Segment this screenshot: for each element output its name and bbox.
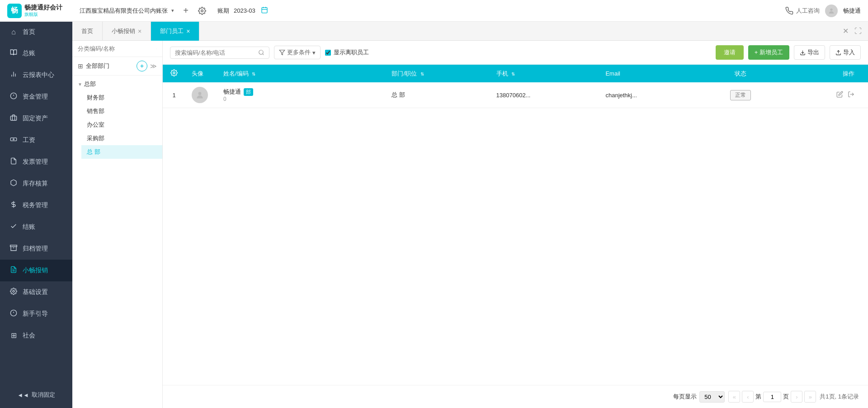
first-page-button[interactable]: «	[728, 391, 740, 403]
sidebar-item-xiaochangbaoxiao[interactable]: 小畅报销	[0, 260, 72, 281]
dept-grid-icon: ⊞	[78, 62, 83, 70]
show-left-label[interactable]: 显示离职员工	[334, 48, 369, 57]
sidebar-item-invoice[interactable]: 发票管理	[0, 151, 72, 173]
next-page-button[interactable]: ›	[791, 391, 802, 403]
dept-collapse-button[interactable]: ≫	[150, 62, 157, 70]
service-button[interactable]: 人工咨询	[785, 7, 820, 15]
tab-home[interactable]: 首页	[72, 22, 103, 41]
sidebar-item-archive[interactable]: 归档管理	[0, 238, 72, 260]
dept-node-caiwubu[interactable]: 财务部	[81, 91, 162, 104]
dept-node-bangongshi[interactable]: 办公室	[81, 118, 162, 132]
settlement-icon	[9, 223, 18, 232]
settings-button[interactable]	[196, 5, 208, 17]
row-status-cell: 正常	[702, 82, 779, 108]
tab-bumen-yuangong-label: 部门员工	[160, 27, 184, 35]
employee-table: 头像 姓名/编码 ⇅ 部门/职位 ⇅	[163, 65, 868, 108]
filter-button[interactable]: 更多条件 ▾	[274, 46, 321, 59]
tab-xiaochangbaoxiao[interactable]: 小畅报销 ×	[103, 22, 151, 41]
tab-bumen-yuangong-close[interactable]: ×	[186, 28, 190, 34]
dept-tree: ▼ 总部 财务部 销售部 办公室	[72, 76, 162, 408]
archive-icon	[9, 244, 18, 253]
sidebar-item-settlement[interactable]: 结账	[0, 216, 72, 238]
per-page-select[interactable]: 50 10 20 100	[699, 391, 725, 403]
page-size-area: 每页显示 50 10 20 100	[673, 391, 725, 403]
col-dept-header[interactable]: 部门/职位 ⇅	[385, 65, 490, 82]
expand-window-button[interactable]: ⛶	[854, 27, 863, 36]
emp-search-icon	[258, 49, 264, 56]
add-employee-button[interactable]: + 新增员工	[748, 45, 789, 60]
logout-button[interactable]	[848, 91, 854, 99]
dept-node-xiaoshoubu[interactable]: 销售部	[81, 104, 162, 118]
emp-main: 更多条件 ▾ 显示离职员工 邀请 + 新增员工 导出	[163, 41, 868, 408]
dropdown-arrow-icon: ▾	[171, 8, 174, 14]
dept-add-button[interactable]	[137, 61, 147, 71]
sidebar: ⌂ 首页 总账 云报表中心 资金管理 固定资产	[0, 22, 72, 408]
content-area: 首页 小畅报销 × 部门员工 × ✕ ⛶	[72, 22, 868, 408]
emp-table: 头像 姓名/编码 ⇅ 部门/职位 ⇅	[163, 65, 868, 385]
dept-node-zongbu-leaf[interactable]: 总 部	[81, 145, 162, 159]
filter-label: 更多条件	[287, 48, 311, 57]
svg-marker-29	[279, 50, 285, 55]
dept-node-caigoubu[interactable]: 采购部	[81, 132, 162, 145]
svg-point-13	[13, 139, 14, 140]
emp-dept: 总 部	[392, 91, 405, 98]
dept-caigoubu-label: 采购部	[87, 134, 104, 142]
page-number-input[interactable]	[763, 392, 781, 402]
toolbar-right: 邀请 + 新增员工 导出 导入	[716, 45, 861, 60]
sidebar-item-payroll[interactable]: 工资	[0, 129, 72, 151]
user-avatar	[825, 5, 838, 17]
home-icon: ⌂	[9, 28, 18, 36]
export-label: 导出	[807, 48, 819, 57]
col-phone-header[interactable]: 手机 ⇅	[490, 65, 599, 82]
page-input-area: 第 页	[755, 392, 789, 402]
export-button[interactable]: 导出	[794, 45, 825, 60]
page-prefix: 第	[755, 393, 761, 401]
logo-icon: 畅	[7, 4, 22, 18]
svg-point-5	[830, 8, 832, 10]
import-button[interactable]: 导入	[830, 45, 861, 60]
tab-bar: 首页 小畅报销 × 部门员工 × ✕ ⛶	[72, 22, 868, 41]
close-window-button[interactable]: ✕	[841, 27, 850, 36]
col-name-header[interactable]: 姓名/编码 ⇅	[217, 65, 385, 82]
service-label: 人工咨询	[796, 7, 820, 15]
sidebar-label-newbie-guide: 新手引导	[23, 310, 48, 318]
inventory-icon	[9, 179, 18, 188]
sidebar-item-more[interactable]: ⊞ 社会	[0, 325, 72, 346]
dept-search-input[interactable]	[78, 45, 154, 52]
emp-toolbar: 更多条件 ▾ 显示离职员工 邀请 + 新增员工 导出	[163, 41, 868, 65]
dept-caiwubu-label: 财务部	[87, 94, 104, 102]
add-tab-button[interactable]: +	[179, 5, 192, 17]
cancel-fixed-button[interactable]: ◄◄ 取消固定	[0, 386, 72, 403]
sidebar-item-reports[interactable]: 云报表中心	[0, 64, 72, 86]
sidebar-item-tax[interactable]: 税务管理	[0, 195, 72, 216]
col-settings[interactable]	[163, 65, 185, 82]
invite-button[interactable]: 邀请	[716, 45, 744, 60]
expand-icon: ▼	[78, 82, 82, 87]
tab-xiaochangbaoxiao-close[interactable]: ×	[138, 28, 142, 34]
export-icon	[800, 50, 806, 56]
table-row: 1 畅捷通 部	[163, 82, 868, 108]
sidebar-item-basic-settings[interactable]: 基础设置	[0, 281, 72, 303]
sidebar-item-general-ledger[interactable]: 总账	[0, 43, 72, 64]
dept-node-zongbu-parent[interactable]: ▼ 总部	[72, 77, 162, 91]
sidebar-item-fixed-assets[interactable]: 固定资产	[0, 108, 72, 129]
dept-badge: 部	[244, 88, 253, 96]
sidebar-item-inventory[interactable]: 库存核算	[0, 173, 72, 195]
sidebar-item-funds[interactable]: 资金管理	[0, 86, 72, 108]
prev-page-button[interactable]: ‹	[742, 391, 754, 403]
row-name-cell: 畅捷通 部 0	[217, 82, 385, 108]
sidebar-label-xiaochangbaoxiao: 小畅报销	[23, 266, 48, 275]
company-selector[interactable]: 江西服宝精品有限责任公司内账张 ▾	[80, 7, 174, 15]
sidebar-label-more: 社会	[23, 332, 35, 340]
emp-search-input[interactable]	[175, 49, 255, 56]
last-page-button[interactable]: »	[804, 391, 816, 403]
calendar-icon[interactable]	[261, 6, 268, 15]
show-left-checkbox[interactable]	[325, 50, 331, 56]
sidebar-item-newbie-guide[interactable]: 新手引导	[0, 303, 72, 325]
svg-rect-15	[10, 245, 17, 247]
tab-xiaochangbaoxiao-label: 小畅报销	[112, 27, 135, 35]
tab-bumen-yuangong[interactable]: 部门员工 ×	[151, 22, 199, 41]
sidebar-label-inventory: 库存核算	[23, 180, 48, 188]
edit-button[interactable]	[836, 91, 843, 99]
sidebar-item-home[interactable]: ⌂ 首页	[0, 22, 72, 43]
